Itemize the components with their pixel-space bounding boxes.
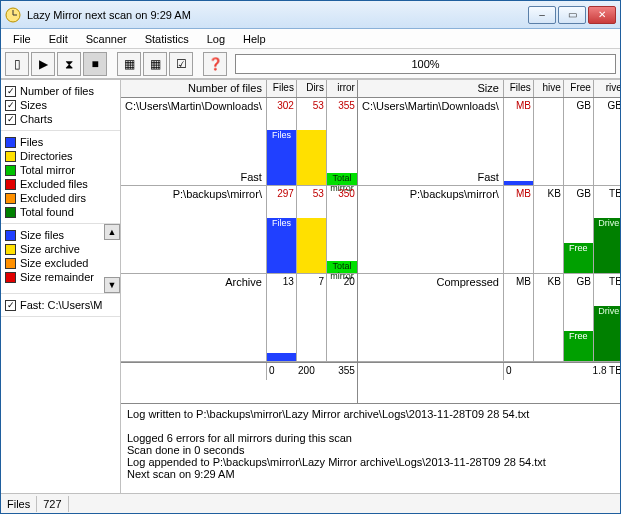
stop-button[interactable]: ■ <box>83 52 107 76</box>
scroll-down-icon[interactable]: ▼ <box>104 277 120 293</box>
row-left-0: C:\Users\Martin\Downloads\Fast 302Files … <box>121 98 357 186</box>
hourglass-button[interactable]: ⧗ <box>57 52 81 76</box>
cat-files[interactable]: Files <box>5 135 118 149</box>
row-left-2: Archive 13 7 20 <box>121 274 357 362</box>
cat-excluded-dirs[interactable]: Excluded dirs <box>5 191 118 205</box>
menubar: File Edit Scanner Statistics Log Help <box>1 29 620 49</box>
size-remainder[interactable]: Size remainder <box>5 270 118 284</box>
sidebar: Number of files Sizes Charts Files Direc… <box>1 80 121 493</box>
menu-scanner[interactable]: Scanner <box>78 31 135 47</box>
color-grid-icon: ▦ <box>150 57 161 71</box>
menu-help[interactable]: Help <box>235 31 274 47</box>
pane-size: Size Files hive Free rive C:\Users\Marti… <box>358 80 620 403</box>
stop-icon: ■ <box>91 57 98 71</box>
opt-sizes[interactable]: Sizes <box>5 98 118 112</box>
play-icon: ▶ <box>39 57 48 71</box>
menu-file[interactable]: File <box>5 31 39 47</box>
fast-path[interactable]: Fast: C:\Users\M <box>5 298 118 312</box>
close-button[interactable]: ✕ <box>588 6 616 24</box>
menu-log[interactable]: Log <box>199 31 233 47</box>
grid-icon: ▦ <box>124 57 135 71</box>
status-label: Files <box>1 496 37 512</box>
cat-directories[interactable]: Directories <box>5 149 118 163</box>
help-button[interactable]: ❓ <box>203 52 227 76</box>
status-count: 727 <box>37 496 68 512</box>
size-excluded[interactable]: Size excluded <box>5 256 118 270</box>
opt-number-of-files[interactable]: Number of files <box>5 84 118 98</box>
log-pane[interactable]: Log written to P:\backups\mirror\Lazy Mi… <box>121 403 620 493</box>
check-button[interactable]: ☑ <box>169 52 193 76</box>
maximize-button[interactable]: ▭ <box>558 6 586 24</box>
new-button[interactable]: ▯ <box>5 52 29 76</box>
hourglass-icon: ⧗ <box>65 57 73 71</box>
row-right-2: Compressed MB KB GBFree TBDrive <box>358 274 620 362</box>
window-title: Lazy Mirror next scan on 9:29 AM <box>27 9 526 21</box>
view2-button[interactable]: ▦ <box>143 52 167 76</box>
cat-total-found[interactable]: Total found <box>5 205 118 219</box>
row-right-1: P:\backups\mirror\ MB KB GBFree TBDrive <box>358 186 620 274</box>
statusbar: Files 727 <box>1 493 620 513</box>
check-icon: ☑ <box>176 57 187 71</box>
row-left-1: P:\backups\mirror\ 297Files 53 350Total … <box>121 186 357 274</box>
titlebar[interactable]: Lazy Mirror next scan on 9:29 AM – ▭ ✕ <box>1 1 620 29</box>
menu-statistics[interactable]: Statistics <box>137 31 197 47</box>
cat-total-mirror[interactable]: Total mirror <box>5 163 118 177</box>
progress-bar: 100% <box>235 54 616 74</box>
toolbar: ▯ ▶ ⧗ ■ ▦ ▦ ☑ ❓ 100% <box>1 49 620 79</box>
charts-area: Number of files Files Dirs irror C:\User… <box>121 80 620 493</box>
play-button[interactable]: ▶ <box>31 52 55 76</box>
main-content: Number of files Sizes Charts Files Direc… <box>1 79 620 493</box>
hdr-main-right: Size <box>358 80 504 97</box>
size-files[interactable]: Size files <box>5 228 118 242</box>
app-window: Lazy Mirror next scan on 9:29 AM – ▭ ✕ F… <box>0 0 621 514</box>
minimize-button[interactable]: – <box>528 6 556 24</box>
pane-number-of-files: Number of files Files Dirs irror C:\User… <box>121 80 358 403</box>
hdr-main-left: Number of files <box>121 80 267 97</box>
book-icon: ❓ <box>208 57 223 71</box>
clock-icon <box>5 7 21 23</box>
document-icon: ▯ <box>14 57 21 71</box>
menu-edit[interactable]: Edit <box>41 31 76 47</box>
cat-excluded-files[interactable]: Excluded files <box>5 177 118 191</box>
size-list: Size files Size archive Size excluded Si… <box>1 224 120 294</box>
row-right-0: C:\Users\Martin\Downloads\Fast MB GB GB <box>358 98 620 186</box>
view1-button[interactable]: ▦ <box>117 52 141 76</box>
scroll-up-icon[interactable]: ▲ <box>104 224 120 240</box>
opt-charts[interactable]: Charts <box>5 112 118 126</box>
size-archive[interactable]: Size archive <box>5 242 118 256</box>
